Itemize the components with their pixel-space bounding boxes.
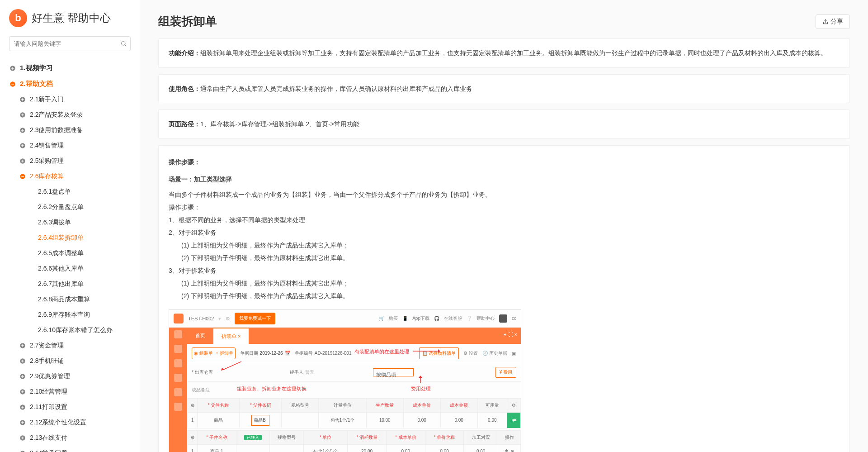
ss-avatar-icon: [499, 314, 507, 323]
ss-nav-icon: [174, 345, 182, 353]
ss-try-button: 我要免费试一下: [235, 313, 275, 324]
ss-logo-icon: [174, 314, 184, 324]
nav-2-6-10[interactable]: 2.6.10库存账本错了怎么办: [9, 323, 131, 338]
nav-2-6-6[interactable]: 2.6.6其他入库单: [9, 261, 131, 276]
nav-video[interactable]: 1.视频学习: [9, 60, 131, 76]
nav-2-2[interactable]: 2.2产品安装及登录: [9, 107, 131, 123]
plus-icon: [19, 342, 26, 349]
step-1: 1、根据不同的业务，选择不同单据的类型来处理: [169, 214, 840, 226]
plus-icon: [19, 419, 26, 426]
intro-label: 功能介绍：: [169, 49, 200, 57]
ss-annotation-3: 费用处理: [411, 384, 431, 394]
plus-icon: [19, 373, 26, 380]
nav-2-5[interactable]: 2.5采购管理: [9, 153, 131, 169]
nav-2-7[interactable]: 2.7资金管理: [9, 338, 131, 353]
nav-2-6-7[interactable]: 2.6.7其他出库单: [9, 276, 131, 292]
ss-tabs: 首页 拆装单 × + ⛶ ×: [187, 328, 521, 344]
nav-2-9[interactable]: 2.9优惠券管理: [9, 369, 131, 384]
ss-nav-icon: [174, 359, 182, 367]
plus-icon: [9, 65, 16, 72]
nav-2-6-4[interactable]: 2.6.4组装拆卸单: [9, 230, 131, 246]
ss-cart-icon: 🛒: [379, 314, 384, 323]
ss-tab-doc: 拆装单 ×: [213, 328, 249, 344]
role-box: 使用角色：通常由生产人员或库管人员完成拆装业务的操作，库管人员确认原材料的出库和…: [158, 74, 850, 104]
steps-heading: 操作步骤：: [169, 156, 840, 168]
ss-fee-btn: ¥ 费用: [495, 367, 516, 378]
plus-icon: [19, 434, 26, 442]
path-label: 页面路径：: [169, 120, 200, 128]
ss-nav-icon: [174, 330, 182, 338]
ss-username: cc: [512, 314, 516, 323]
ss-service-icon: 🎧: [434, 314, 439, 323]
nav-2-1[interactable]: 2.1新手入门: [9, 92, 131, 107]
share-button[interactable]: 分享: [816, 14, 850, 29]
ss-child-table: ⊕ * 子件名称 已转入 规格型号 * 单位 * 消耗数量 * 成本单价 * 单…: [187, 430, 521, 452]
svg-marker-54: [221, 368, 225, 371]
nav-2-6-1[interactable]: 2.6.1盘点单: [9, 184, 131, 200]
nav-2-6-5[interactable]: 2.6.5成本调整单: [9, 246, 131, 261]
intro-text: 组装拆卸单用来处理企业组装或拆卸等加工业务，支持有固定装配清单的产品加工业务，也…: [200, 49, 827, 57]
nav-docs[interactable]: 2.帮助文档: [9, 76, 131, 92]
share-label: 分享: [830, 18, 843, 26]
ss-nav-icon: [174, 374, 182, 382]
plus-icon: [19, 357, 26, 365]
steps-heading-2: 操作步骤：: [169, 201, 840, 214]
brand-logo: b: [9, 9, 27, 27]
plus-icon: [19, 157, 26, 165]
plus-icon: [19, 142, 26, 149]
ss-company: TEST-H002: [188, 314, 214, 324]
ss-fee-input: 按物品项: [373, 368, 414, 376]
nav-2-8[interactable]: 2.8手机旺铺: [9, 353, 131, 369]
main-content: 组装拆卸单 分享 功能介绍：组装拆卸单用来处理企业组装或拆卸等加工业务，支持有固…: [140, 0, 868, 452]
plus-icon: [19, 96, 26, 103]
ss-type-radio: ◉ 组装单 ○ 拆卸单: [192, 347, 236, 359]
ss-annotation-1: 有装配清单的在这里处理: [354, 347, 409, 357]
ss-select-material: 📋 选择物料清单: [419, 347, 459, 359]
step-3-1: (1) 上部明细为父件明细，最终作为原材料生成其它出库单；: [169, 277, 840, 290]
intro-box: 功能介绍：组装拆卸单用来处理企业组装或拆卸等加工业务，支持有固定装配清单的产品加…: [158, 38, 850, 68]
minus-icon: [19, 173, 26, 180]
plus-icon: [19, 111, 26, 119]
step-2-2: (2) 下部明细为子件明细，最终作为原材料生成其它出库单。: [169, 252, 840, 264]
ss-annotation-2: 组装业务、拆卸业务在这里切换: [237, 384, 307, 394]
step-3-2: (2) 下部明细为子件明细，最终作为产成品生成其它入库单。: [169, 290, 840, 302]
ss-app-download: 📱: [402, 314, 408, 323]
nav-2-6-9[interactable]: 2.6.9库存账本查询: [9, 307, 131, 323]
nav-2-12[interactable]: 2.12系统个性化设置: [9, 415, 131, 430]
role-label: 使用角色：: [169, 85, 200, 92]
ss-nav-icon: [174, 388, 182, 396]
nav-2-6-3[interactable]: 2.6.3调拨单: [9, 215, 131, 230]
sidebar: b 好生意 帮助中心 1.视频学习 2.帮助文档 2.1新手入门 2.2产品安装…: [0, 0, 140, 452]
ss-nav-icon: [174, 403, 182, 411]
nav-2-6-8[interactable]: 2.6.8商品成本重算: [9, 292, 131, 307]
nav-2-13[interactable]: 2.13在线支付: [9, 430, 131, 446]
nav-2-6[interactable]: 2.6库存核算: [9, 169, 131, 184]
brand-name: 好生意 帮助中心: [32, 11, 111, 25]
search-box: [9, 36, 131, 51]
plus-icon: [19, 450, 26, 452]
nav-2-6-2[interactable]: 2.6.2分量盘点单: [9, 200, 131, 215]
nav-2-10[interactable]: 2.10经营管理: [9, 384, 131, 400]
ss-gear-icon: ⚙: [226, 314, 230, 324]
plus-icon: [19, 404, 26, 411]
page-title: 组装拆卸单: [158, 14, 217, 29]
nav-2-11[interactable]: 2.11打印设置: [9, 400, 131, 415]
ss-tab-home: 首页: [187, 328, 213, 344]
plus-icon: [19, 388, 26, 395]
ss-left-nav: [169, 328, 187, 452]
search-input[interactable]: [9, 36, 131, 51]
embedded-screenshot: TEST-H002 ▾ ⚙ 我要免费试一下 🛒购买 📱App下载 🎧在线客服 ❔…: [169, 309, 521, 452]
nav-2-4[interactable]: 2.4销售管理: [9, 138, 131, 153]
nav-2-14[interactable]: 2.14常见问题: [9, 446, 131, 452]
scene-heading: 场景一：加工类型选择: [169, 173, 840, 186]
ss-help-icon: ❔: [467, 314, 472, 323]
nav-list: 1.视频学习 2.帮助文档 2.1新手入门 2.2产品安装及登录 2.3使用前数…: [9, 60, 131, 452]
share-icon: [822, 19, 829, 25]
nav-2-3[interactable]: 2.3使用前数据准备: [9, 123, 131, 138]
steps-box: 操作步骤： 场景一：加工类型选择 当由多个子件材料组装成一个成品的业务为【组装】…: [158, 145, 850, 452]
brand-row: b 好生意 帮助中心: [9, 9, 131, 27]
ss-parent-table: ⊕ * 父件名称 * 父件条码 规格型号 计量单位 生产数量 成本单价 成本金额…: [187, 398, 521, 428]
step-3: 3、对于拆装业务: [169, 264, 840, 277]
path-text: 1、库存核算->库存管理->组装拆卸单 2、首页->常用功能: [200, 120, 359, 128]
scene-desc: 当由多个子件材料组装成一个成品的业务为【组装】业务，当由一个父件拆分成多个子产品…: [169, 188, 840, 201]
